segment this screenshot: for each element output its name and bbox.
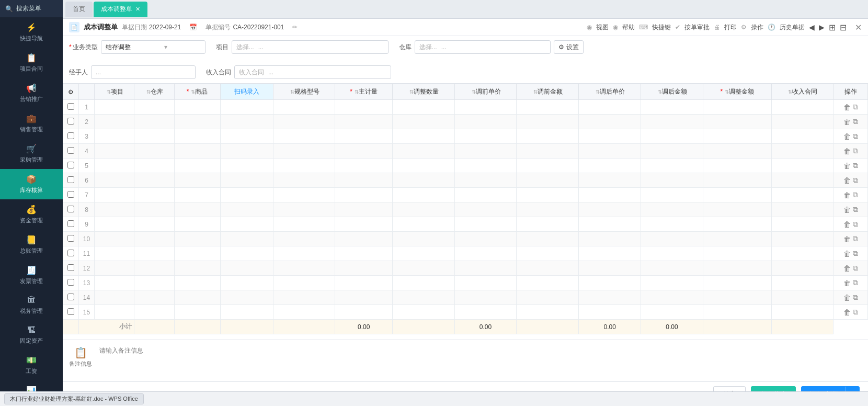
row-scan-cell[interactable] (220, 100, 273, 115)
row-copy-icon[interactable]: ⧉ (853, 117, 858, 126)
row-copy-icon[interactable]: ⧉ (853, 161, 858, 170)
row-before-price-cell[interactable] (454, 100, 517, 115)
row-income-contract-cell[interactable] (771, 290, 833, 305)
row-warehouse-cell[interactable] (134, 232, 174, 246)
row-project-cell[interactable] (95, 276, 134, 290)
row-project-cell[interactable] (95, 305, 134, 320)
row-scan-cell[interactable] (220, 290, 273, 305)
row-product-cell[interactable] (174, 276, 220, 290)
row-scan-cell[interactable] (220, 217, 273, 232)
row-warehouse-cell[interactable] (134, 144, 174, 159)
row-after-price-cell[interactable] (579, 217, 641, 232)
notes-input[interactable] (97, 344, 862, 363)
row-before-price-cell[interactable] (454, 290, 517, 305)
sidebar-item-sales-mgmt[interactable]: 💼 销售管理 (0, 108, 63, 139)
row-project-cell[interactable] (95, 246, 134, 261)
sidebar-item-fixed-assets[interactable]: 🏗 固定资产 (0, 320, 63, 350)
row-delete-icon[interactable]: 🗑 (843, 294, 851, 302)
row-warehouse-cell[interactable] (134, 261, 174, 276)
sidebar-item-funds-mgmt[interactable]: 💰 资金管理 (0, 199, 63, 230)
row-unit-cell[interactable] (335, 188, 392, 202)
row-adjust-amount-cell[interactable] (703, 159, 771, 173)
col-after-amount[interactable]: ⇅调后金额 (641, 84, 703, 100)
row-unit-cell[interactable] (335, 261, 392, 276)
row-before-price-cell[interactable] (454, 217, 517, 232)
row-scan-cell[interactable] (220, 144, 273, 159)
row-project-cell[interactable] (95, 129, 134, 144)
row-product-cell[interactable] (174, 217, 220, 232)
row-after-price-cell[interactable] (579, 144, 641, 159)
row-warehouse-cell[interactable] (134, 290, 174, 305)
row-before-amount-cell[interactable] (517, 188, 579, 202)
col-gear[interactable]: ⚙ (63, 84, 79, 100)
row-product-cell[interactable] (174, 159, 220, 173)
col-adjust-qty[interactable]: ⇅调整数量 (392, 84, 454, 100)
nav-prev-button[interactable]: ◀ (809, 23, 815, 31)
col-scan[interactable]: 扫码录入 (220, 84, 273, 100)
row-adjust-qty-cell[interactable] (392, 290, 454, 305)
row-adjust-amount-cell[interactable] (703, 261, 771, 276)
row-after-amount-cell[interactable] (641, 290, 703, 305)
row-unit-cell[interactable] (335, 232, 392, 246)
row-after-amount-cell[interactable] (641, 217, 703, 232)
view-button[interactable]: 视图 (596, 23, 609, 32)
row-after-amount-cell[interactable] (641, 129, 703, 144)
sidebar-item-quick-nav[interactable]: ⚡ 快捷导航 (0, 17, 63, 48)
row-spec-cell[interactable] (273, 129, 335, 144)
row-after-amount-cell[interactable] (641, 305, 703, 320)
row-before-price-cell[interactable] (454, 246, 517, 261)
row-adjust-qty-cell[interactable] (392, 115, 454, 129)
col-before-price[interactable]: ⇅调前单价 (454, 84, 517, 100)
row-delete-icon[interactable]: 🗑 (843, 308, 851, 317)
row-project-cell[interactable] (95, 261, 134, 276)
row-delete-icon[interactable]: 🗑 (843, 235, 851, 243)
row-adjust-qty-cell[interactable] (392, 232, 454, 246)
row-after-price-cell[interactable] (579, 129, 641, 144)
nav-next-button[interactable]: ▶ (819, 23, 825, 31)
row-adjust-amount-cell[interactable] (703, 202, 771, 217)
row-adjust-qty-cell[interactable] (392, 276, 454, 290)
row-project-cell[interactable] (95, 173, 134, 188)
row-spec-cell[interactable] (273, 261, 335, 276)
row-copy-icon[interactable]: ⧉ (853, 264, 858, 273)
row-copy-icon[interactable]: ⧉ (853, 103, 858, 111)
handler-input[interactable]: ... (91, 65, 196, 79)
row-delete-icon[interactable]: 🗑 (843, 279, 851, 287)
row-spec-cell[interactable] (273, 144, 335, 159)
row-spec-cell[interactable] (273, 246, 335, 261)
row-unit-cell[interactable] (335, 100, 392, 115)
row-adjust-qty-cell[interactable] (392, 305, 454, 320)
income-contract-input[interactable]: 收入合同 ... (234, 65, 391, 79)
history-button[interactable]: 历史单据 (780, 23, 805, 32)
row-before-price-cell[interactable] (454, 188, 517, 202)
row-income-contract-cell[interactable] (771, 202, 833, 217)
row-before-price-cell[interactable] (454, 202, 517, 217)
row-adjust-qty-cell[interactable] (392, 129, 454, 144)
row-unit-cell[interactable] (335, 246, 392, 261)
row-project-cell[interactable] (95, 217, 134, 232)
sidebar-item-sales-promo[interactable]: 📢 营销推广 (0, 78, 63, 108)
col-warehouse[interactable]: ⇅仓库 (134, 84, 174, 100)
row-spec-cell[interactable] (273, 173, 335, 188)
row-adjust-qty-cell[interactable] (392, 173, 454, 188)
row-before-amount-cell[interactable] (517, 144, 579, 159)
help-button[interactable]: 帮助 (622, 23, 635, 32)
row-before-amount-cell[interactable] (517, 276, 579, 290)
row-income-contract-cell[interactable] (771, 144, 833, 159)
row-product-cell[interactable] (174, 129, 220, 144)
row-project-cell[interactable] (95, 144, 134, 159)
row-spec-cell[interactable] (273, 188, 335, 202)
row-delete-icon[interactable]: 🗑 (843, 206, 851, 214)
row-scan-cell[interactable] (220, 129, 273, 144)
row-product-cell[interactable] (174, 232, 220, 246)
row-project-cell[interactable] (95, 159, 134, 173)
row-after-price-cell[interactable] (579, 100, 641, 115)
row-warehouse-cell[interactable] (134, 276, 174, 290)
row-spec-cell[interactable] (273, 159, 335, 173)
row-before-amount-cell[interactable] (517, 129, 579, 144)
row-after-amount-cell[interactable] (641, 246, 703, 261)
row-before-amount-cell[interactable] (517, 290, 579, 305)
row-income-contract-cell[interactable] (771, 115, 833, 129)
row-before-amount-cell[interactable] (517, 100, 579, 115)
row-spec-cell[interactable] (273, 276, 335, 290)
